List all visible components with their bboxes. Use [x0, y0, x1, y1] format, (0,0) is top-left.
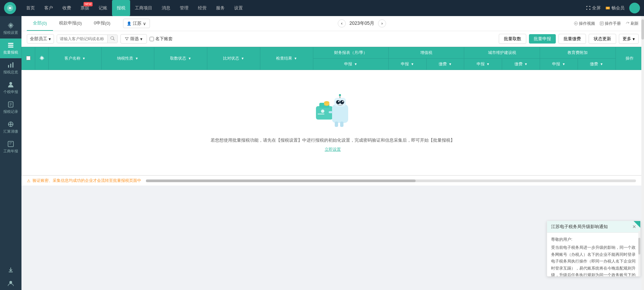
notice-header: 江苏电子税务局升级影响通知 ✕	[547, 221, 640, 233]
fullscreen-button[interactable]: 全屏	[586, 5, 601, 11]
nav-operation[interactable]: 经营	[193, 0, 211, 16]
action-bar: 全部员工 ▾ 筛选 ▾ 名下账套 批量取数 批量申报 批量缴费 状态更新 更多 …	[21, 31, 644, 47]
province-selector[interactable]: 👤 江苏 ∨	[123, 19, 150, 28]
search-input[interactable]	[57, 35, 107, 43]
member-button[interactable]: 畅会员	[605, 5, 625, 11]
tab-zero[interactable]: 0申报(0)	[88, 16, 116, 31]
svg-rect-6	[8, 65, 9, 68]
setup-link[interactable]: 立即设置	[325, 147, 341, 152]
svg-point-30	[342, 101, 343, 102]
svg-point-24	[324, 101, 329, 104]
month-navigation: ‹ 2023年05月 ›	[338, 19, 386, 27]
sort-icon[interactable]: ▼	[82, 57, 86, 60]
sidebar-item-personal-tax[interactable]: 个税申报	[0, 78, 21, 98]
batch-get-button[interactable]: 批量取数	[499, 34, 526, 44]
batch-declare-button[interactable]: 批量申报	[529, 34, 556, 44]
more-chevron-icon: ▾	[633, 37, 635, 42]
sidebar-item-settlement[interactable]: 汇算清缴	[0, 118, 21, 137]
notice-scrollbar[interactable]	[638, 231, 640, 276]
empty-text: 若您想使用批量报税功能，请先在【报税设置】中进行报税的初始化设置，完成密码验证和…	[211, 136, 455, 144]
th-edu-declare: 申报 ▼	[540, 59, 578, 70]
page-scrollbar[interactable]	[641, 16, 644, 290]
sidebar-item-tax-settings[interactable]: 报税设置	[0, 19, 21, 39]
nav-tax[interactable]: 报税	[112, 0, 130, 16]
svg-rect-3	[8, 43, 13, 44]
notice-scroll-thumb	[638, 238, 640, 255]
sort-icon[interactable]: ▼	[135, 57, 139, 60]
th-edu-group: 教育费附加	[540, 47, 616, 59]
nav-invoice[interactable]: 票据 NEW	[76, 0, 94, 16]
notice-greeting: 尊敬的用户:	[551, 236, 636, 243]
refresh-button[interactable]: 刷新	[626, 21, 639, 26]
prev-month-button[interactable]: ‹	[338, 19, 346, 27]
scroll-thumb	[146, 179, 416, 182]
operation-video-button[interactable]: 操作视频	[574, 21, 595, 26]
svg-rect-5	[8, 47, 13, 48]
sidebar-download[interactable]	[0, 263, 21, 277]
svg-point-27	[336, 100, 340, 104]
tab-declare[interactable]: 税款申报(0)	[53, 16, 88, 31]
nav-settings[interactable]: 设置	[229, 0, 248, 16]
svg-point-20	[321, 110, 324, 113]
top-nav: 首页 客户 收费 票据 NEW 记账 报税 工商项目 消息 管理 经营 服务 设…	[0, 0, 644, 16]
scroll-track[interactable]	[146, 179, 636, 182]
sort-icon[interactable]: ▼	[188, 57, 192, 60]
employee-select-label: 全部员工	[30, 36, 47, 42]
bottom-bar: ⚠ 验证账密、采集信息均成功的企业才会流转至批量报税页面中	[21, 175, 644, 186]
th-vat-declare: 申报 ▼	[388, 59, 426, 70]
notice-body: 尊敬的用户: 受当前电子税务局进一步升级的影响，同一个政务网账号（办税人）名下的…	[547, 233, 640, 276]
empty-state: 若您想使用批量报税功能，请先在【报税设置】中进行报税的初始化设置，完成密码验证和…	[25, 73, 640, 172]
th-urban-declare: 申报 ▼	[464, 59, 502, 70]
filter-chevron-icon: ▾	[140, 37, 143, 42]
new-badge: NEW	[84, 2, 93, 6]
notice-body-text: 受当前电子税务局进一步升级的影响，同一个政务网账号（办税人）名下的企业不能再同时…	[551, 244, 636, 276]
accounts-checkbox[interactable]	[150, 37, 154, 41]
sidebar-bottom	[0, 263, 21, 290]
data-table: 客户名称 ▼ 纳税性质 ▼ 取数状态 ▼ 比对状态 ▼	[21, 47, 644, 175]
next-month-button[interactable]: ›	[378, 19, 386, 27]
sidebar-item-batch-tax[interactable]: 批量报税	[0, 39, 21, 58]
svg-point-28	[340, 100, 344, 104]
nav-home[interactable]: 首页	[21, 0, 40, 16]
tab-all[interactable]: 全部(0)	[27, 16, 53, 31]
app-logo[interactable]	[4, 2, 16, 14]
warning-icon: ⚠	[27, 178, 31, 183]
employee-select[interactable]: 全部员工 ▾	[27, 34, 54, 44]
operation-manual-button[interactable]: 操作手册	[600, 21, 621, 26]
sort-icon[interactable]: ▼	[241, 57, 244, 60]
th-edu-pay: 缴费 ▼	[578, 59, 615, 70]
nav-billing[interactable]: 收费	[58, 0, 76, 16]
sidebar-user[interactable]	[0, 277, 21, 290]
th-financial-group: 财务报表（月/季）	[313, 47, 388, 59]
search-box	[57, 34, 118, 43]
sidebar-item-annual-report[interactable]: 工商年报	[0, 137, 21, 157]
sidebar: 报税设置 批量报税 报税总览 个税申报 报税记录 汇算清缴 工商年报	[0, 16, 21, 290]
nav-message[interactable]: 消息	[157, 0, 175, 16]
more-button[interactable]: 更多 ▾	[619, 34, 639, 44]
batch-pay-button[interactable]: 批量缴费	[558, 34, 586, 44]
sort-icon[interactable]: ▼	[294, 57, 297, 60]
select-all-checkbox[interactable]	[26, 56, 31, 60]
nav-service[interactable]: 服务	[211, 0, 229, 16]
robot-illustration	[313, 93, 353, 130]
sidebar-item-tax-summary[interactable]: 报税总览	[0, 58, 21, 78]
filter-button[interactable]: 筛选 ▾	[120, 34, 147, 44]
chevron-down-icon: ▾	[49, 37, 51, 42]
table-container: 客户名称 ▼ 纳税性质 ▼ 取数状态 ▼ 比对状态 ▼	[21, 47, 644, 175]
svg-rect-33	[329, 111, 333, 113]
sidebar-item-tax-records[interactable]: 报税记录	[0, 98, 21, 118]
user-avatar[interactable]	[629, 3, 640, 13]
nav-customer[interactable]: 客户	[40, 0, 58, 16]
table-body: 若您想使用批量报税功能，请先在【报税设置】中进行报税的初始化设置，完成密码验证和…	[22, 70, 644, 175]
nav-business[interactable]: 工商项目	[130, 0, 157, 16]
svg-rect-4	[8, 45, 13, 46]
nav-accounting[interactable]: 记账	[94, 0, 112, 16]
svg-point-9	[9, 82, 12, 85]
accounts-checkbox-label[interactable]: 名下账套	[150, 36, 173, 42]
th-client-name: 客户名称 ▼	[49, 47, 102, 70]
search-button[interactable]	[107, 35, 117, 43]
th-check-result: 检查结果 ▼	[260, 47, 313, 70]
status-update-button[interactable]: 状态更新	[589, 34, 616, 44]
nav-manage[interactable]: 管理	[175, 0, 193, 16]
svg-point-13	[9, 281, 12, 284]
